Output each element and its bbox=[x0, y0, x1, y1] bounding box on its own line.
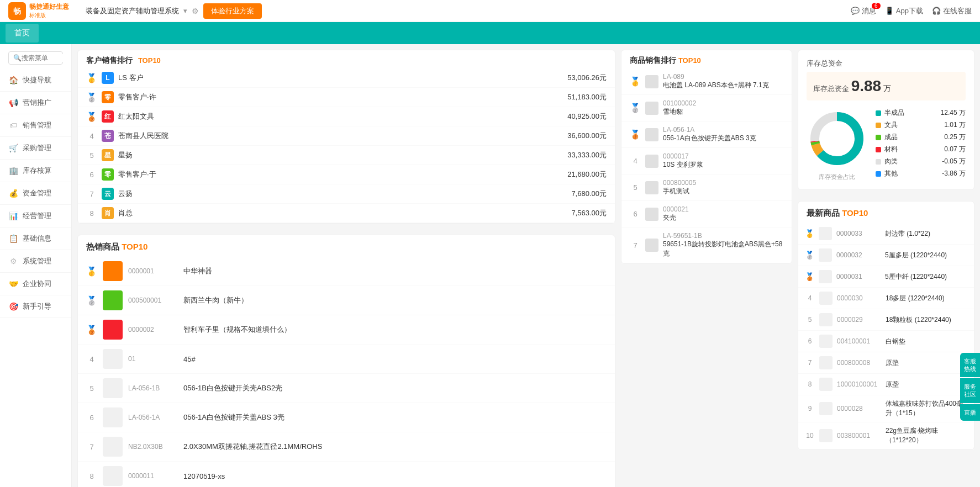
rank-number: 5 bbox=[805, 316, 815, 324]
rank-name: 苍南县人民医院 bbox=[118, 131, 563, 141]
app-download-button[interactable]: 📱 App下载 bbox=[885, 6, 923, 16]
legend-name: 肉类 bbox=[884, 157, 939, 166]
product-name: 056-1A白色按键开关盖ABS 3克 bbox=[663, 134, 783, 143]
search-menu-item[interactable]: 🔍 bbox=[0, 47, 71, 69]
rank-value: 7,563.00元 bbox=[571, 208, 607, 218]
inventory-icon: 🏢 bbox=[8, 166, 18, 176]
customer-service-button[interactable]: 客服热线 bbox=[960, 353, 980, 378]
product-code: 0000030 bbox=[837, 294, 881, 302]
header-right: 💬 消息 6 📱 App下载 🎧 在线客服 bbox=[851, 6, 972, 16]
rank-name: 零售客户·许 bbox=[118, 92, 563, 102]
home-icon: 🏠 bbox=[8, 75, 18, 85]
product-ranking-list: 🥇 LA-089 电池盖 LA-089 ABS本色+黑种 7.1克 🥈 0010… bbox=[621, 68, 792, 263]
medal-gold-icon: 🥇 bbox=[805, 229, 814, 238]
medal-gold-icon: 🥇 bbox=[86, 73, 97, 83]
product-thumbnail bbox=[819, 248, 832, 262]
inventory-title: 库存总资金 bbox=[807, 59, 842, 68]
rank-badge: 红 bbox=[102, 110, 114, 123]
product-name: 18多层 (1220*2440) bbox=[886, 294, 967, 303]
product-ranking-card: 商品销售排行 TOP10 🥇 LA-089 电池盖 LA-089 ABS本色+黑… bbox=[621, 50, 792, 264]
sidebar-label-collab: 企业协同 bbox=[23, 279, 51, 289]
legend-item: 其他 -3.86 万 bbox=[876, 169, 966, 178]
list-item: 10 003800001 22g鱼豆腐·烧烤味（1*12*20） bbox=[798, 422, 974, 449]
product-code: LA-59651-1B bbox=[663, 232, 783, 240]
tab-home[interactable]: 首页 bbox=[6, 24, 39, 43]
list-item: 🥉 0000002 智利车子里（规格不知道填什么） bbox=[78, 315, 615, 345]
product-code: 0000001 bbox=[128, 267, 178, 275]
rank-value: 7,680.00元 bbox=[571, 189, 607, 199]
online-service-button[interactable]: 🎧 在线客服 bbox=[932, 6, 972, 16]
customer-ranking-list[interactable]: 🥇 L LS 客户 53,006.26元 🥈 零 零售客户·许 51,183.0… bbox=[78, 68, 615, 223]
sidebar-item-quick-nav[interactable]: 🏠 快捷导航 bbox=[0, 69, 71, 92]
rank-number: 6 bbox=[86, 414, 97, 422]
sidebar-item-marketing[interactable]: 📢 营销推广 bbox=[0, 92, 71, 114]
settings-icon[interactable]: ⚙ bbox=[192, 7, 199, 15]
donut-chart bbox=[807, 108, 867, 169]
rank-number: 8 bbox=[86, 472, 97, 480]
product-name: 056-1A白色按键开关盖ABS 3壳 bbox=[183, 412, 607, 422]
list-item: 🥉 0000031 5厘中纤 (1220*2440) bbox=[798, 266, 974, 288]
search-input-wrap[interactable]: 🔍 bbox=[8, 51, 63, 65]
product-name: 59651-1B旋转投影灯电池盒ABS黑色+58克 bbox=[663, 240, 783, 258]
sidebar-label-guide: 新手引导 bbox=[23, 301, 51, 311]
product-thumbnail bbox=[819, 313, 833, 326]
live-stream-button[interactable]: 直播 bbox=[960, 404, 980, 421]
legend-item: 半成品 12.45 万 bbox=[876, 108, 966, 118]
sales-icon: 🏷 bbox=[8, 120, 18, 130]
legend-item: 材料 0.07 万 bbox=[876, 145, 966, 154]
product-code: 0000029 bbox=[837, 316, 881, 324]
sidebar-item-operation[interactable]: 📊 经营管理 bbox=[0, 205, 71, 227]
table-row: 🥈 零 零售客户·许 51,183.00元 bbox=[78, 88, 615, 107]
right-panel: 库存总资金 库存总资金 9.88 万 bbox=[798, 50, 974, 487]
legend-name: 其他 bbox=[884, 169, 939, 178]
sidebar-item-guide[interactable]: 🎯 新手引导 bbox=[0, 295, 71, 318]
search-icon: 🔍 bbox=[13, 54, 22, 62]
sidebar-label-purchase: 采购管理 bbox=[23, 143, 51, 153]
product-code: 0000017 bbox=[663, 152, 783, 160]
trial-button[interactable]: 体验行业方案 bbox=[203, 3, 262, 19]
svg-text:畅: 畅 bbox=[13, 7, 21, 15]
legend-val: 1.01 万 bbox=[944, 120, 966, 130]
newest-products-list: 🥇 0000033 封边带 (1.0*22) 🥈 0000032 5厘多层 (1… bbox=[798, 223, 974, 449]
product-thumbnail bbox=[103, 407, 123, 427]
legend-item: 成品 0.25 万 bbox=[876, 133, 966, 142]
product-name: 中华神器 bbox=[183, 266, 607, 276]
sidebar-item-system[interactable]: ⚙ 系统管理 bbox=[0, 250, 71, 273]
rank-badge: 肖 bbox=[102, 207, 114, 219]
table-row: 5 星 星扬 33,333.00元 bbox=[78, 146, 615, 165]
medal-silver-icon: 🥈 bbox=[86, 92, 97, 103]
sidebar-item-collab[interactable]: 🤝 企业协同 bbox=[0, 273, 71, 295]
rank-number: 8 bbox=[86, 209, 97, 218]
sidebar-item-basic[interactable]: 📋 基础信息 bbox=[0, 227, 71, 250]
dropdown-arrow-icon[interactable]: ▾ bbox=[183, 7, 187, 15]
product-ranking-title: 商品销售排行 TOP10 bbox=[621, 50, 792, 68]
legend-name: 成品 bbox=[884, 133, 941, 142]
logo-text: 畅捷通好生意 bbox=[29, 2, 69, 12]
service-community-button[interactable]: 服务社区 bbox=[960, 378, 980, 403]
product-code: 000800008 bbox=[837, 359, 881, 367]
product-thumbnail bbox=[819, 356, 833, 369]
product-thumbnail bbox=[103, 290, 123, 310]
rank-number: 5 bbox=[86, 384, 97, 393]
product-code: NB2.0X30B bbox=[128, 443, 178, 451]
medal-gold-icon: 🥇 bbox=[630, 76, 641, 87]
product-code: 0000011 bbox=[128, 472, 178, 480]
legend-name: 文具 bbox=[884, 120, 941, 130]
rank-name: 红太阳文具 bbox=[118, 112, 563, 121]
list-item: 7 NB2.0X30B 2.0X30MM双搓花轴,搓花直径2.1MM/ROHS bbox=[78, 432, 615, 462]
rank-number: 4 bbox=[630, 157, 641, 165]
rank-number: 7 bbox=[86, 190, 97, 198]
legend-item: 文具 1.01 万 bbox=[876, 120, 966, 130]
operation-icon: 📊 bbox=[8, 211, 18, 221]
sidebar-item-sales[interactable]: 🏷 销售管理 bbox=[0, 114, 71, 137]
product-code: LA-056-1B bbox=[128, 384, 178, 392]
sidebar-item-finance[interactable]: 💰 资金管理 bbox=[0, 182, 71, 205]
medal-bronze-icon: 🥉 bbox=[805, 272, 814, 281]
sidebar-item-purchase[interactable]: 🛒 采购管理 bbox=[0, 137, 71, 160]
search-input[interactable] bbox=[22, 54, 66, 62]
product-name: 056-1B白色按键开关壳ABS2壳 bbox=[183, 383, 607, 393]
main-layout: 🔍 🏠 快捷导航 📢 营销推广 🏷 销售管理 🛒 采购管理 🏢 库存核算 💰 资… bbox=[0, 44, 980, 487]
system-selector[interactable]: 装备及固定资产辅助管理系统 ▾ ⚙ bbox=[86, 6, 199, 16]
message-button[interactable]: 💬 消息 6 bbox=[851, 6, 876, 16]
sidebar-item-inventory[interactable]: 🏢 库存核算 bbox=[0, 160, 71, 182]
